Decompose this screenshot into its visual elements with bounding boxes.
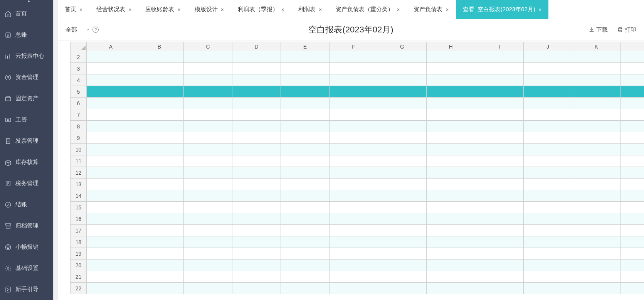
cell[interactable] — [572, 248, 621, 260]
column-header[interactable]: D — [232, 42, 281, 51]
cell[interactable] — [475, 121, 524, 132]
cell[interactable] — [87, 236, 135, 248]
sidebar-item-settings[interactable]: 基础设置 — [0, 258, 58, 279]
download-button[interactable]: 下载 — [589, 26, 608, 34]
cell[interactable] — [524, 248, 572, 260]
row-header[interactable]: 17 — [71, 225, 87, 236]
cell[interactable] — [427, 213, 475, 225]
cell[interactable] — [330, 248, 378, 260]
sidebar-item-archive[interactable]: 归档管理 — [0, 215, 58, 236]
cell[interactable] — [184, 155, 232, 167]
cell[interactable] — [87, 179, 135, 190]
cell[interactable] — [475, 271, 524, 283]
tab[interactable]: 首页× — [58, 0, 89, 19]
cell[interactable] — [427, 283, 475, 294]
tab[interactable]: 查看_空白报表(2023年02月)× — [456, 0, 549, 19]
cell[interactable] — [572, 86, 621, 98]
cell[interactable] — [135, 109, 184, 121]
cell[interactable] — [621, 260, 644, 271]
cell[interactable] — [184, 167, 232, 179]
cell[interactable] — [378, 74, 427, 86]
cell[interactable] — [378, 283, 427, 294]
cell[interactable] — [524, 121, 572, 132]
cell[interactable] — [281, 167, 330, 179]
cell[interactable] — [572, 283, 621, 294]
cell[interactable] — [87, 260, 135, 271]
cell[interactable] — [572, 167, 621, 179]
cell[interactable] — [281, 225, 330, 236]
cell[interactable] — [281, 271, 330, 283]
cell[interactable] — [87, 248, 135, 260]
cell[interactable] — [621, 167, 644, 179]
cell[interactable] — [572, 155, 621, 167]
sidebar-item-guide[interactable]: 新手引导 — [0, 279, 58, 300]
column-header[interactable]: C — [184, 42, 232, 51]
cell[interactable] — [475, 225, 524, 236]
cell[interactable] — [87, 51, 135, 63]
cell[interactable] — [330, 74, 378, 86]
cell[interactable] — [524, 179, 572, 190]
cell[interactable] — [621, 213, 644, 225]
cell[interactable] — [524, 225, 572, 236]
sidebar-item-salary[interactable]: 工资 — [0, 109, 58, 130]
cell[interactable] — [572, 179, 621, 190]
cell[interactable] — [330, 86, 378, 98]
cell[interactable] — [87, 167, 135, 179]
cell[interactable] — [378, 236, 427, 248]
row-header[interactable]: 3 — [71, 63, 87, 74]
cell[interactable] — [427, 121, 475, 132]
cell[interactable] — [524, 86, 572, 98]
cell[interactable] — [232, 248, 281, 260]
cell[interactable] — [281, 248, 330, 260]
cell[interactable] — [524, 283, 572, 294]
cell[interactable] — [232, 179, 281, 190]
cell[interactable] — [184, 51, 232, 63]
cell[interactable] — [232, 202, 281, 213]
cell[interactable] — [475, 236, 524, 248]
cell[interactable] — [378, 155, 427, 167]
cell[interactable] — [427, 132, 475, 144]
cell[interactable] — [427, 225, 475, 236]
cell[interactable] — [330, 167, 378, 179]
row-header[interactable]: 12 — [71, 167, 87, 179]
cell[interactable] — [330, 98, 378, 109]
column-header[interactable]: I — [475, 42, 524, 51]
cell[interactable] — [232, 167, 281, 179]
cell[interactable] — [135, 121, 184, 132]
cell[interactable] — [427, 248, 475, 260]
row-header[interactable]: 9 — [71, 132, 87, 144]
cell[interactable] — [184, 98, 232, 109]
cell[interactable] — [281, 283, 330, 294]
cell[interactable] — [378, 248, 427, 260]
cell[interactable] — [87, 213, 135, 225]
cell[interactable] — [621, 179, 644, 190]
help-icon[interactable]: ? — [92, 27, 99, 33]
cell[interactable] — [330, 236, 378, 248]
cell[interactable] — [621, 236, 644, 248]
cell[interactable] — [475, 155, 524, 167]
cell[interactable] — [87, 86, 135, 98]
cell[interactable] — [378, 202, 427, 213]
cell[interactable] — [135, 213, 184, 225]
cell[interactable] — [87, 74, 135, 86]
cell[interactable] — [427, 202, 475, 213]
cell[interactable] — [184, 74, 232, 86]
cell[interactable] — [330, 271, 378, 283]
cell[interactable] — [572, 271, 621, 283]
column-header[interactable]: E — [281, 42, 330, 51]
close-icon[interactable]: × — [221, 7, 224, 13]
cell[interactable] — [184, 63, 232, 74]
cell[interactable] — [135, 202, 184, 213]
column-header[interactable]: J — [524, 42, 572, 51]
cell[interactable] — [378, 109, 427, 121]
sidebar-item-ledger[interactable]: 总账 — [0, 24, 58, 46]
tab[interactable]: 资产负债表（重分类）× — [329, 0, 407, 19]
cell[interactable] — [524, 132, 572, 144]
column-header[interactable]: F — [330, 42, 378, 51]
cell[interactable] — [184, 144, 232, 155]
cell[interactable] — [621, 74, 644, 86]
cell[interactable] — [232, 213, 281, 225]
cell[interactable] — [184, 121, 232, 132]
cell[interactable] — [232, 155, 281, 167]
cell[interactable] — [475, 63, 524, 74]
